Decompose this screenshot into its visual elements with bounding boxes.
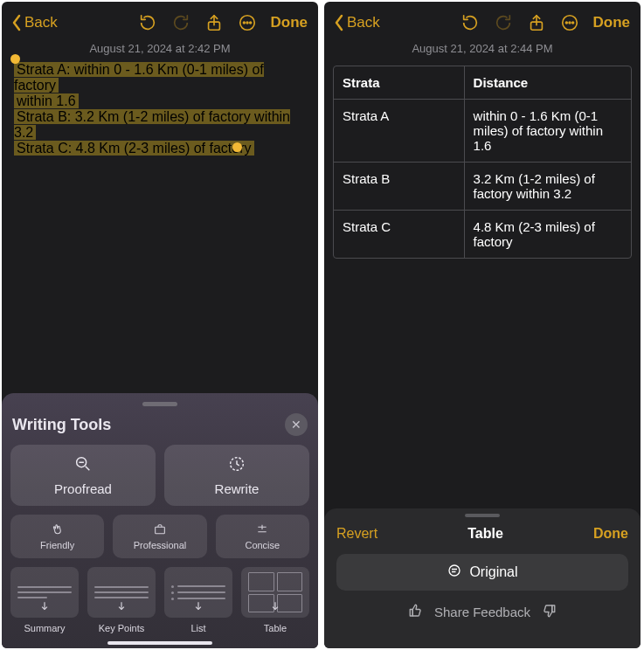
sheet-grabber[interactable] <box>142 402 177 406</box>
note-timestamp: August 21, 2024 at 2:44 PM <box>324 40 641 62</box>
back-label: Back <box>24 14 58 31</box>
revert-button[interactable]: Revert <box>336 526 377 542</box>
redo-icon[interactable] <box>494 13 513 32</box>
summary-thumbnail <box>10 567 79 618</box>
nav-bar: Back Done <box>324 2 641 40</box>
briefcase-icon <box>153 522 167 538</box>
concise-button[interactable]: Concise <box>216 515 309 558</box>
result-table: Strata Distance Strata A within 0 - 1.6 … <box>333 66 632 259</box>
table-thumbnail <box>241 567 309 618</box>
proofread-label: Proofread <box>54 481 112 496</box>
svg-point-22 <box>449 565 460 576</box>
note-content[interactable]: Strata A: within 0 - 1.6 Km (0-1 miles) … <box>2 62 318 156</box>
rewrite-button[interactable]: Rewrite <box>164 445 309 506</box>
sheet-grabber[interactable] <box>465 514 500 517</box>
svg-point-19 <box>565 22 567 24</box>
svg-point-2 <box>243 22 245 24</box>
panel-title: Table <box>467 526 503 542</box>
home-indicator[interactable] <box>107 641 212 645</box>
chevron-left-icon <box>10 14 23 31</box>
table-cell: within 0 - 1.6 Km (0-1 miles) of factory… <box>465 100 631 162</box>
friendly-button[interactable]: Friendly <box>10 515 104 558</box>
selected-text: Strata B: 3.2 Km (1-2 miles) of factory … <box>14 109 290 140</box>
more-icon[interactable] <box>238 13 257 32</box>
professional-button[interactable]: Professional <box>113 515 206 558</box>
svg-point-21 <box>571 22 573 24</box>
table-cell: 4.8 Km (2-3 miles) of factory <box>465 211 631 258</box>
note-timestamp: August 21, 2024 at 2:42 PM <box>2 40 318 62</box>
panel-done-button[interactable]: Done <box>593 526 628 542</box>
rewrite-icon <box>227 454 246 476</box>
table-option[interactable]: Table <box>241 567 309 633</box>
table-cell: 3.2 Km (1-2 miles) of factory within 3.2 <box>465 162 631 210</box>
selected-text: within 1.6 <box>14 93 79 108</box>
concise-label: Concise <box>245 540 280 550</box>
svg-rect-26 <box>552 605 555 612</box>
done-button[interactable]: Done <box>271 14 308 31</box>
table-header-cell: Distance <box>465 66 631 99</box>
undo-icon[interactable] <box>138 13 157 32</box>
chevron-left-icon <box>333 14 345 31</box>
share-icon[interactable] <box>204 13 224 32</box>
original-button[interactable]: Original <box>336 554 628 591</box>
list-label: List <box>190 623 205 633</box>
list-option[interactable]: List <box>164 567 232 633</box>
svg-point-3 <box>246 22 248 24</box>
selection-handle-start[interactable] <box>10 54 20 64</box>
table-row: Strata C 4.8 Km (2-3 miles) of factory <box>334 210 631 258</box>
share-feedback-button[interactable]: Share Feedback <box>434 605 530 619</box>
selected-text: Strata A: within 0 - 1.6 Km (0-1 miles) … <box>14 62 264 93</box>
done-button[interactable]: Done <box>593 14 631 31</box>
redo-icon[interactable] <box>171 13 190 32</box>
svg-point-4 <box>249 22 251 24</box>
thumbs-up-icon[interactable] <box>408 603 424 621</box>
result-panel: Revert Table Done Original Share Feedbac… <box>324 508 641 648</box>
professional-label: Professional <box>134 540 187 550</box>
rewrite-label: Rewrite <box>215 481 260 496</box>
table-cell: Strata B <box>334 162 465 210</box>
screen-before: Back Done August 21, 2024 at 2:42 PM Str… <box>2 2 318 648</box>
table-row: Strata A within 0 - 1.6 Km (0-1 miles) o… <box>334 99 631 162</box>
table-header-row: Strata Distance <box>334 66 631 99</box>
svg-point-20 <box>569 22 571 24</box>
sheet-title: Writing Tools <box>12 416 111 434</box>
close-button[interactable]: ✕ <box>285 413 308 436</box>
magnifier-icon <box>73 454 93 476</box>
screen-after: Back Done August 21, 2024 at 2:44 PM Str… <box>324 2 641 648</box>
undo-icon[interactable] <box>460 13 480 32</box>
wave-icon <box>51 522 65 538</box>
summary-option[interactable]: Summary <box>10 567 79 633</box>
back-button[interactable]: Back <box>333 14 380 31</box>
original-label: Original <box>469 564 517 580</box>
selected-text: Strata C: 4.8 Km (2-3 miles) of factory <box>14 141 254 156</box>
table-cell: Strata A <box>334 100 465 162</box>
keypoints-label: Key Points <box>99 623 145 633</box>
writing-tools-sheet: Writing Tools ✕ Proofread Rewrite <box>2 393 318 648</box>
nav-bar: Back Done <box>2 2 318 40</box>
table-header-cell: Strata <box>334 66 465 99</box>
keypoints-thumbnail <box>87 567 156 618</box>
keypoints-option[interactable]: Key Points <box>87 567 156 633</box>
close-icon: ✕ <box>291 418 301 432</box>
share-icon[interactable] <box>527 13 546 32</box>
table-cell: Strata C <box>334 211 465 258</box>
list-thumbnail <box>164 567 232 618</box>
more-icon[interactable] <box>560 13 579 32</box>
svg-rect-25 <box>410 610 412 617</box>
proofread-button[interactable]: Proofread <box>10 445 156 506</box>
selection-handle-end[interactable] <box>232 142 242 152</box>
table-row: Strata B 3.2 Km (1-2 miles) of factory w… <box>334 162 631 210</box>
table-label: Table <box>264 623 287 633</box>
thumbs-down-icon[interactable] <box>541 603 557 621</box>
svg-line-6 <box>86 467 90 471</box>
summary-label: Summary <box>24 623 65 633</box>
friendly-label: Friendly <box>40 540 74 550</box>
back-button[interactable]: Back <box>10 14 58 31</box>
original-icon <box>447 563 462 582</box>
back-label: Back <box>347 14 380 31</box>
concise-icon <box>255 522 269 538</box>
svg-rect-9 <box>156 527 165 533</box>
